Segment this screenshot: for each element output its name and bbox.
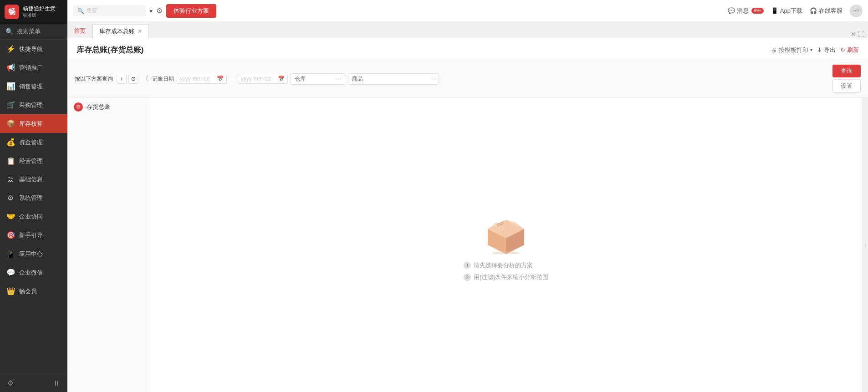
filter-actions: 查询 设置	[832, 65, 861, 93]
inventory-icon: 📦	[6, 119, 15, 128]
tab-inventory-ledger[interactable]: 库存成本总账 ✕	[92, 24, 149, 38]
topbar-search-box[interactable]: 🔍 搜索	[73, 5, 146, 16]
sidebar-item-member[interactable]: 👑 畅会员	[0, 282, 67, 300]
filter-icons: ＋ ⊙	[117, 74, 138, 84]
filter-bar: 按以下方案查询 ＋ ⊙ 《 记账日期 yyyy-mm-dd 📅 — yyyy-m…	[67, 60, 868, 98]
date-end-input[interactable]: yyyy-mm-dd 📅	[238, 74, 288, 84]
sidebar-item-label: 新手引导	[19, 231, 43, 239]
tab-home[interactable]: 首页	[67, 24, 92, 38]
operation-icon: 📋	[6, 157, 15, 165]
logo-letter: 畅	[8, 7, 15, 17]
sidebar-item-inventory[interactable]: 📦 库存核算	[0, 114, 67, 133]
product-select[interactable]: 商品 ···	[348, 73, 439, 85]
newguide-icon: 🎯	[6, 231, 15, 239]
right-handle[interactable]: ›	[863, 98, 868, 392]
app-download-label: App下载	[780, 7, 802, 15]
sidebar-item-label: 营销推广	[19, 64, 43, 72]
audio-footer-icon[interactable]: ⏸	[53, 379, 60, 387]
sidebar-item-sales[interactable]: 📊 销售管理	[0, 77, 67, 96]
topbar-gear-icon[interactable]: ⚙	[156, 6, 163, 15]
sidebar-item-system[interactable]: ⚙ 系统管理	[0, 188, 67, 207]
user-avatar[interactable]: Rit	[850, 5, 863, 17]
tab-close-icon[interactable]: ✕	[138, 28, 142, 35]
tab-inventory-ledger-label: 库存成本总账	[99, 27, 135, 36]
scheme-icon: 存	[74, 102, 83, 112]
print-label: 按模板打印	[779, 46, 808, 54]
sidebar-item-marketing[interactable]: 📢 营销推广	[0, 58, 67, 77]
sidebar-search-label: 搜索菜单	[17, 27, 41, 36]
sidebar-item-label: 快捷导航	[19, 45, 43, 53]
main-body: 存 存货总账	[67, 98, 868, 392]
tab-expand-icon[interactable]: ⛶	[858, 31, 864, 38]
filter-add-button[interactable]: ＋	[117, 74, 127, 84]
sidebar-item-basic[interactable]: 🗂 基础信息	[0, 170, 67, 188]
product-more-icon[interactable]: ···	[430, 76, 435, 82]
main-area: 🔍 搜索 ▾ ⚙ 体验行业方案 💬 消息 99+ 📱 App下载 🎧 在线客服	[67, 0, 868, 392]
topbar-search-icon: 🔍	[77, 8, 84, 14]
tab-home-label: 首页	[74, 27, 86, 35]
date-end-placeholder: yyyy-mm-dd	[241, 76, 271, 82]
sidebar-item-label: 采购管理	[19, 101, 43, 109]
sidebar-item-label: 基础信息	[19, 175, 43, 183]
dropdown-icon[interactable]: ▾	[149, 7, 153, 15]
filter-section: 记账日期 yyyy-mm-dd 📅 — yyyy-mm-dd 📅 仓库 ··· …	[152, 73, 829, 85]
member-icon: 👑	[6, 287, 15, 295]
print-button[interactable]: 🖨 按模板打印 ▾	[771, 46, 812, 54]
online-service-button[interactable]: 🎧 在线客服	[810, 7, 842, 15]
query-button[interactable]: 查询	[832, 65, 861, 77]
export-button[interactable]: ⬇ 导出	[817, 46, 836, 54]
sidebar-item-operation[interactable]: 📋 经营管理	[0, 152, 67, 170]
sidebar-item-wechat[interactable]: 💬 企业微信	[0, 263, 67, 282]
app-download-button[interactable]: 📱 App下载	[771, 7, 802, 15]
date-start-placeholder: yyyy-mm-dd	[180, 76, 209, 82]
filter-collapse-icon[interactable]: 《	[142, 75, 148, 83]
online-service-icon: 🎧	[810, 7, 817, 14]
cooperation-icon: 🤝	[6, 212, 15, 221]
warehouse-select[interactable]: 仓库 ···	[291, 73, 345, 85]
calendar-end-icon[interactable]: 📅	[278, 76, 285, 82]
refresh-button[interactable]: ↻ 刷新	[840, 46, 859, 54]
tip-num-2: 2	[464, 274, 471, 281]
sidebar-search[interactable]: 🔍 搜索菜单	[0, 24, 67, 40]
tip-num-1: 1	[464, 262, 471, 269]
message-label: 消息	[737, 7, 749, 15]
settings-button[interactable]: 设置	[832, 79, 861, 93]
wechat-icon: 💬	[6, 268, 15, 277]
date-start-input[interactable]: yyyy-mm-dd 📅	[177, 74, 227, 84]
warehouse-more-icon[interactable]: ···	[337, 76, 341, 82]
sidebar-item-newguide[interactable]: 🎯 新手引导	[0, 226, 67, 244]
settings-footer-icon[interactable]: ⚙	[7, 379, 14, 387]
sidebar-item-label: 应用中心	[19, 250, 43, 258]
right-handle-icon: ›	[865, 243, 866, 248]
scheme-item-label: 存货总账	[87, 103, 110, 111]
sidebar-item-label: 系统管理	[19, 194, 43, 202]
app-version: 标准版	[23, 12, 56, 18]
sidebar-item-finance[interactable]: 💰 资金管理	[0, 133, 67, 152]
date-label: 记账日期	[152, 75, 174, 83]
tab-close-all-icon[interactable]: ✕	[851, 31, 856, 38]
online-service-label: 在线客服	[819, 7, 842, 15]
sidebar: 畅 畅捷通好生意 标准版 🔍 搜索菜单 ⚡ 快捷导航 📢 营销推广 📊 销售管理…	[0, 0, 67, 392]
apps-icon: 📱	[6, 249, 15, 258]
sidebar-item-purchase[interactable]: 🛒 采购管理	[0, 96, 67, 114]
sidebar-item-label: 企业微信	[19, 269, 43, 277]
scheme-sidebar: 存 存货总账	[67, 98, 149, 392]
trial-button[interactable]: 体验行业方案	[166, 4, 216, 18]
calendar-start-icon[interactable]: 📅	[217, 76, 224, 82]
refresh-icon: ↻	[840, 46, 845, 53]
sidebar-footer: ⚙ ⏸	[0, 374, 67, 392]
sidebar-item-quick-nav[interactable]: ⚡ 快捷导航	[0, 40, 67, 58]
logo-text: 畅捷通好生意 标准版	[23, 5, 56, 19]
filter-label: 按以下方案查询	[75, 75, 113, 83]
sidebar-item-cooperation[interactable]: 🤝 企业协同	[0, 207, 67, 226]
sidebar-item-apps[interactable]: 📱 应用中心	[0, 244, 67, 263]
tabbar: 首页 库存成本总账 ✕ ✕ ⛶	[67, 22, 868, 38]
filter-edit-button[interactable]: ⊙	[128, 74, 138, 84]
refresh-label: 刷新	[847, 46, 859, 54]
message-button[interactable]: 💬 消息 99+	[728, 7, 764, 15]
scheme-item-inventory[interactable]: 存 存货总账	[67, 98, 149, 116]
page-title: 库存总账(存货总账)	[77, 45, 143, 55]
print-icon: 🖨	[771, 46, 777, 53]
content-area: 库存总账(存货总账) 🖨 按模板打印 ▾ ⬇ 导出 ↻ 刷新 按以下方案查询	[67, 38, 868, 392]
tip-text-1: 请先选择要分析的方案	[474, 261, 533, 270]
